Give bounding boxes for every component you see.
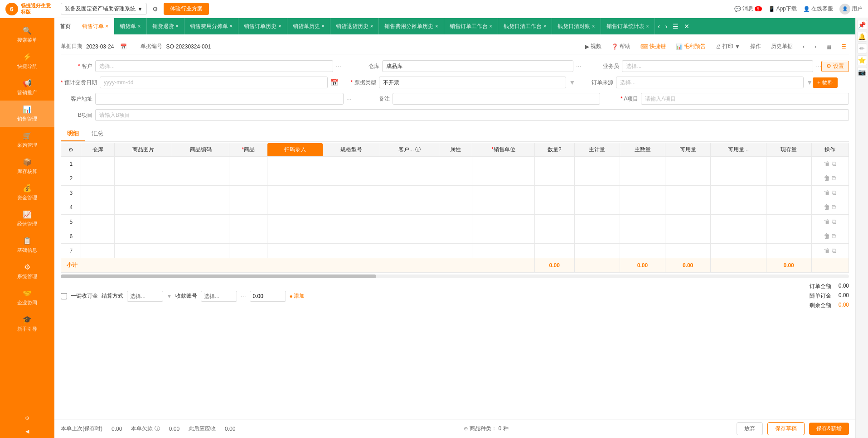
right-pin-btn[interactable]: 📌: [857, 20, 867, 30]
settings-btn[interactable]: ⚙ 设置: [821, 61, 849, 72]
tab-order-history[interactable]: 销售订单历史 ×: [238, 18, 287, 34]
profit-btn[interactable]: 📊 毛利预告: [673, 42, 708, 51]
row-5-copy-btn[interactable]: ⧉: [832, 218, 836, 226]
row-3-copy-btn[interactable]: ⧉: [832, 189, 836, 197]
right-bell-btn[interactable]: 🔔: [857, 32, 867, 42]
invoice-expand-btn[interactable]: ▼: [569, 79, 575, 86]
order-source-input[interactable]: [616, 77, 804, 88]
tab-daily-reconcile[interactable]: 钱货日清对账 ×: [552, 18, 601, 34]
sidebar-item-marketing[interactable]: 📢 营销推广: [0, 74, 54, 101]
discard-button[interactable]: 放弃: [737, 422, 763, 435]
customer-expand-btn[interactable]: ···: [336, 63, 341, 70]
list-view-btn[interactable]: ☰: [839, 43, 849, 51]
row-1-main-unit[interactable]: [574, 157, 620, 171]
help-btn[interactable]: ❓ 帮助: [609, 42, 633, 51]
row-1-stock[interactable]: [766, 157, 811, 171]
row-1-name[interactable]: [229, 157, 267, 171]
right-edit-btn[interactable]: ✏: [857, 43, 867, 53]
industry-button[interactable]: 体验行业方案: [164, 3, 209, 15]
row-6-delete-btn[interactable]: 🗑: [824, 232, 830, 240]
calendar-icon[interactable]: 📅: [117, 43, 130, 51]
remark-input[interactable]: [393, 93, 601, 105]
horizontal-scrollbar[interactable]: [61, 274, 849, 278]
tab-close-all-btn[interactable]: ✕: [681, 23, 692, 30]
sidebar-item-quicknav[interactable]: ⚡ 快捷导航: [0, 48, 54, 74]
tab-return-history[interactable]: 销货退货历史 ×: [330, 18, 379, 34]
row-4-copy-btn[interactable]: ⧉: [832, 203, 836, 211]
sidebar-item-basic[interactable]: 📋 基础信息: [0, 232, 54, 258]
delivery-input[interactable]: [100, 77, 328, 88]
a-project-input[interactable]: [641, 93, 849, 105]
row-1-copy-btn[interactable]: ⧉: [832, 160, 836, 168]
method-input[interactable]: [127, 291, 163, 302]
row-1-avail[interactable]: [665, 157, 711, 171]
right-camera-btn[interactable]: 📷: [857, 67, 867, 77]
row-7-copy-btn[interactable]: ⧉: [832, 247, 836, 255]
warehouse-input[interactable]: [382, 60, 573, 72]
sidebar-item-sales[interactable]: 📊 销售管理: [0, 101, 54, 127]
account-input[interactable]: [201, 291, 237, 302]
address-input[interactable]: [95, 93, 344, 105]
sidebar-item-system[interactable]: ⚙ 系统管理: [0, 258, 54, 284]
row-1-attr[interactable]: [439, 157, 472, 171]
online-service-button[interactable]: 👤 在线客服: [803, 5, 833, 13]
row-1-avail2[interactable]: [711, 157, 766, 171]
tab-fee-history[interactable]: 销售费用分摊单历史 ×: [379, 18, 444, 34]
save-new-button[interactable]: 保存&新增: [809, 423, 849, 435]
row-4-delete-btn[interactable]: 🗑: [824, 203, 830, 211]
tab-next-btn[interactable]: ›: [663, 23, 670, 30]
invoice-input[interactable]: [379, 77, 567, 88]
settings-icon[interactable]: ⚙: [152, 5, 158, 13]
add-item-btn[interactable]: + 物料: [813, 77, 838, 88]
tab-daily-workbench[interactable]: 钱货日清工作台 ×: [498, 18, 552, 34]
tab-note-history[interactable]: 销货单历史 ×: [287, 18, 330, 34]
row-2-delete-btn[interactable]: 🗑: [824, 174, 830, 182]
row-1-code[interactable]: [172, 157, 229, 171]
tab-sales-fee[interactable]: 销售费用分摊单 ×: [184, 18, 238, 34]
row-1-customer-code[interactable]: [380, 157, 439, 171]
save-draft-button[interactable]: 保存草稿: [767, 422, 805, 435]
one-click-payment-checkbox[interactable]: [61, 293, 67, 299]
system-selector[interactable]: 装备及固定资产辅助管理系统 ▼: [61, 3, 147, 15]
row-3-delete-btn[interactable]: 🗑: [824, 189, 830, 197]
sidebar-item-guide[interactable]: 🎓 新手引导: [0, 311, 54, 337]
shortcut-btn[interactable]: ⌨ 快捷键: [638, 42, 669, 51]
col-scan-header[interactable]: 扫码录入: [267, 143, 323, 157]
row-1-image[interactable]: [114, 157, 172, 171]
video-btn[interactable]: ▶ 视频: [582, 42, 604, 51]
sidebar-settings-btn[interactable]: ⚙: [0, 412, 54, 425]
tab-order-workbench[interactable]: 销售订单工作台 ×: [444, 18, 498, 34]
row-1-delete-btn[interactable]: 🗑: [824, 160, 830, 168]
sidebar-collapse-btn[interactable]: ◀: [0, 425, 54, 438]
operation-btn[interactable]: 操作: [747, 42, 764, 51]
row-1-spec[interactable]: [323, 157, 380, 171]
sidebar-item-operation[interactable]: 📈 经营管理: [0, 206, 54, 232]
add-payment-btn[interactable]: ● 添加: [290, 292, 305, 300]
tab-sales-order[interactable]: 销售订单 ×: [77, 18, 114, 34]
row-1-unit[interactable]: [472, 157, 534, 171]
sidebar-item-enterprise[interactable]: 🤝 企业协同: [0, 284, 54, 311]
tab-prev-btn[interactable]: ‹: [655, 23, 663, 30]
sidebar-item-purchase[interactable]: 🛒 采购管理: [0, 127, 54, 153]
app-download-button[interactable]: 📱 App下载: [768, 5, 797, 13]
prev-page-btn[interactable]: ‹: [800, 43, 807, 51]
print-btn[interactable]: 🖨 打印 ▼: [713, 42, 743, 51]
tab-sales-return[interactable]: 销货退货 ×: [147, 18, 184, 34]
customer-input[interactable]: [95, 60, 333, 72]
tab-summary[interactable]: 汇总: [85, 127, 110, 141]
history-btn[interactable]: 历史单据: [768, 42, 795, 51]
grid-view-btn[interactable]: ▦: [824, 43, 834, 51]
sidebar-item-search[interactable]: 🔍 搜索菜单: [0, 22, 54, 48]
b-project-input[interactable]: [95, 109, 849, 121]
row-5-delete-btn[interactable]: 🗑: [824, 218, 830, 226]
address-expand-btn[interactable]: ···: [346, 95, 352, 102]
row-2-copy-btn[interactable]: ⧉: [832, 174, 836, 182]
order-source-expand-btn[interactable]: ▼: [806, 79, 813, 86]
row-1-main-qty[interactable]: [620, 157, 665, 171]
warehouse-expand-btn[interactable]: ···: [576, 63, 582, 70]
staff-input[interactable]: [622, 60, 813, 72]
row-1-qty2[interactable]: [534, 157, 574, 171]
next-page-btn[interactable]: ›: [812, 43, 819, 51]
message-button[interactable]: 💬 消息 9: [734, 5, 762, 13]
sidebar-item-inventory[interactable]: 📦 库存核算: [0, 153, 54, 179]
